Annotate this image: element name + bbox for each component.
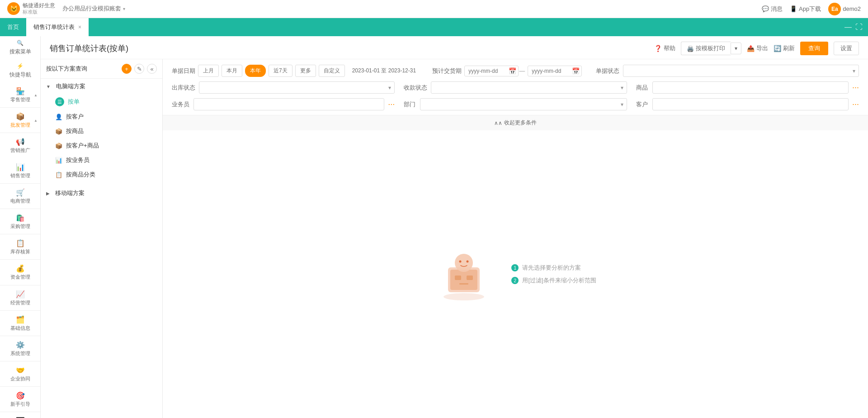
filter-row-3: 业务员 ··· 部门 xyxy=(172,98,859,110)
sidebar-nav-label: 快捷导航 xyxy=(9,71,31,79)
user-menu[interactable]: Ea demo2 xyxy=(828,3,861,15)
add-scheme-button[interactable]: + xyxy=(122,64,132,74)
sidebar-section-appstore: 🔲 企业微信 xyxy=(0,412,40,418)
sidebar-section-inventory: 📋 库存核算 xyxy=(0,234,40,260)
date-7days[interactable]: 近7天 xyxy=(269,65,292,77)
sidebar-section-retail: 🏪 零售管理 xyxy=(0,82,40,108)
wholesale-icon: 📦 xyxy=(16,112,25,121)
refresh-button[interactable]: 🔄 刷新 xyxy=(774,44,795,52)
right-content: 单据日期 上月 本月 本年 近7天 更多 自定义 2023-01-01 至 20… xyxy=(163,59,868,418)
tab-close-icon[interactable]: × xyxy=(78,24,81,30)
tree-item-by-order[interactable]: ☰ 按单 xyxy=(41,94,162,109)
by-cg-icon: 📦 xyxy=(55,142,62,149)
collapse-panel-button[interactable]: « xyxy=(147,64,157,74)
tree-item-by-order-label: 按单 xyxy=(68,98,80,106)
avatar: Ea xyxy=(828,3,841,15)
by-goods-icon: 📦 xyxy=(55,128,62,135)
help-button[interactable]: ❓ 帮助 xyxy=(654,44,675,52)
sidebar-item-system[interactable]: ⚙️ 系统管理 xyxy=(0,336,40,361)
date-more[interactable]: 更多 xyxy=(295,65,316,77)
sidebar-item-wholesale[interactable]: 📦 批发管理 xyxy=(0,108,40,133)
sidebar-retail-label: 零售管理 xyxy=(10,97,30,103)
goods-ellipsis-icon[interactable]: ··· xyxy=(852,83,859,92)
tree-item-by-category[interactable]: 📋 按商品分类 xyxy=(41,167,162,182)
query-button[interactable]: 查询 xyxy=(800,42,828,55)
user-name: demo2 xyxy=(843,5,861,12)
sidebar-section-marketing: 📢 营销推广 📊 销售管理 xyxy=(0,133,40,183)
sidebar-quick-nav[interactable]: ⚡ 快捷导航 xyxy=(0,59,40,82)
page-header: 销售订单统计表(按单) ❓ 帮助 🖨️ 按模板打印 ▾ 📤 导出 xyxy=(41,36,868,59)
collect-status-label: 收款状态 xyxy=(404,84,427,92)
customer-filter: 客户 ··· xyxy=(636,98,859,110)
sidebar-section-purchase: 🛍️ 采购管理 xyxy=(0,209,40,234)
message-label: 消息 xyxy=(771,5,783,13)
tab-minimize-icon[interactable]: — xyxy=(844,23,852,31)
message-button[interactable]: 💬 消息 xyxy=(762,5,783,13)
customer-ellipsis-icon[interactable]: ··· xyxy=(852,100,859,109)
tree-item-by-goods[interactable]: 📦 按商品 xyxy=(41,124,162,138)
tree-item-by-customer[interactable]: 👤 按客户 xyxy=(41,109,162,124)
app-download-button[interactable]: 📱 App下载 xyxy=(790,5,821,13)
sidebar-section-system: ⚙️ 系统管理 xyxy=(0,336,40,361)
dept-select[interactable] xyxy=(420,98,627,110)
logo-sub: 标准版 xyxy=(23,9,55,15)
tab-home[interactable]: 首页 xyxy=(0,18,26,36)
doc-status-filter: 单据状态 xyxy=(596,65,859,77)
message-icon: 💬 xyxy=(762,5,769,12)
sidebar-item-basic[interactable]: 🗂️ 基础信息 xyxy=(0,311,40,336)
main-body: 1 请先选择要分析的方案 2 用[过滤]条件来缩小分析范围 xyxy=(163,130,868,418)
tab-sales-order-stats[interactable]: 销售订单统计表 × xyxy=(26,18,89,36)
salesman-ellipsis-icon[interactable]: ··· xyxy=(388,100,395,109)
expected-date-filter: 预计交货期 📅 — 📅 xyxy=(432,66,580,76)
sidebar-item-marketing[interactable]: 📢 营销推广 xyxy=(0,133,40,158)
goods-input[interactable] xyxy=(652,81,849,94)
tree-item-by-cg[interactable]: 📦 按客户+商品 xyxy=(41,138,162,153)
svg-rect-2 xyxy=(450,270,477,290)
settings-button[interactable]: 设置 xyxy=(834,42,859,55)
print-dropdown-icon[interactable]: ▾ xyxy=(731,43,741,54)
collect-status-select[interactable] xyxy=(431,81,627,94)
date-prev-month[interactable]: 上月 xyxy=(198,65,219,77)
sidebar-item-operation[interactable]: 📈 经营管理 xyxy=(0,285,40,310)
sidebar-search-label: 搜索菜单 xyxy=(9,48,31,56)
sidebar-item-retail[interactable]: 🏪 零售管理 xyxy=(0,82,40,107)
hint-2-text: 用[过滤]条件来缩小分析范围 xyxy=(522,276,596,285)
date-this-month[interactable]: 本月 xyxy=(222,65,242,77)
sidebar-search[interactable]: 🔍 搜索菜单 xyxy=(0,36,40,59)
sidebar-item-enterprise[interactable]: 🤝 企业协同 xyxy=(0,361,40,386)
finance-icon: 💰 xyxy=(16,264,25,273)
date-custom[interactable]: 自定义 xyxy=(319,65,345,77)
date-cal-icon-start[interactable]: 📅 xyxy=(509,67,516,75)
workspace-selector[interactable]: 办公用品行业模拟账套 ▾ xyxy=(59,5,129,13)
sidebar-item-sales[interactable]: 📊 销售管理 xyxy=(0,158,40,183)
ship-status-select[interactable] xyxy=(199,81,395,94)
doc-status-select[interactable] xyxy=(623,65,859,77)
tab-maximize-icon[interactable]: ⛶ xyxy=(855,23,863,31)
sidebar-item-appstore[interactable]: 🔲 企业微信 xyxy=(0,412,40,418)
sidebar-item-inventory[interactable]: 📋 库存核算 xyxy=(0,234,40,259)
sidebar-item-purchase[interactable]: 🛍️ 采购管理 xyxy=(0,209,40,234)
date-this-year[interactable]: 本年 xyxy=(245,65,266,77)
sidebar-basic-label: 基础信息 xyxy=(10,325,30,331)
sidebar-item-finance[interactable]: 💰 资金管理 xyxy=(0,260,40,285)
sidebar-item-ecommerce[interactable]: 🛒 电商管理 xyxy=(0,184,40,209)
filter-row-1: 单据日期 上月 本月 本年 近7天 更多 自定义 2023-01-01 至 20… xyxy=(172,65,859,77)
collapse-bar[interactable]: ∧∧ 收起更多条件 xyxy=(163,115,868,130)
tab-sales-label: 销售订单统计表 xyxy=(33,23,75,31)
salesman-input[interactable] xyxy=(193,98,384,110)
filter-section: 单据日期 上月 本月 本年 近7天 更多 自定义 2023-01-01 至 20… xyxy=(163,59,868,130)
print-button[interactable]: 🖨️ 按模板打印 xyxy=(681,42,731,55)
export-button[interactable]: 📤 导出 xyxy=(747,44,768,52)
customer-input[interactable] xyxy=(652,98,849,110)
expand-icon: ▼ xyxy=(46,84,51,89)
hint-2-icon: 2 xyxy=(511,277,519,284)
date-cal-icon-end[interactable]: 📅 xyxy=(572,67,580,75)
svg-point-4 xyxy=(459,261,462,263)
sidebar-item-newbie[interactable]: 🎯 新手引导 xyxy=(0,387,40,412)
sidebar-section-newbie: 🎯 新手引导 xyxy=(0,387,40,412)
newbie-icon: 🎯 xyxy=(16,391,25,400)
tree-item-by-salesman[interactable]: 📊 按业务员 xyxy=(41,153,162,167)
edit-scheme-button[interactable]: ✎ xyxy=(134,64,144,74)
filter-row-2: 出库状态 收款状态 xyxy=(172,81,859,94)
tree-pc-section: ▼ 电脑端方案 xyxy=(41,79,162,94)
